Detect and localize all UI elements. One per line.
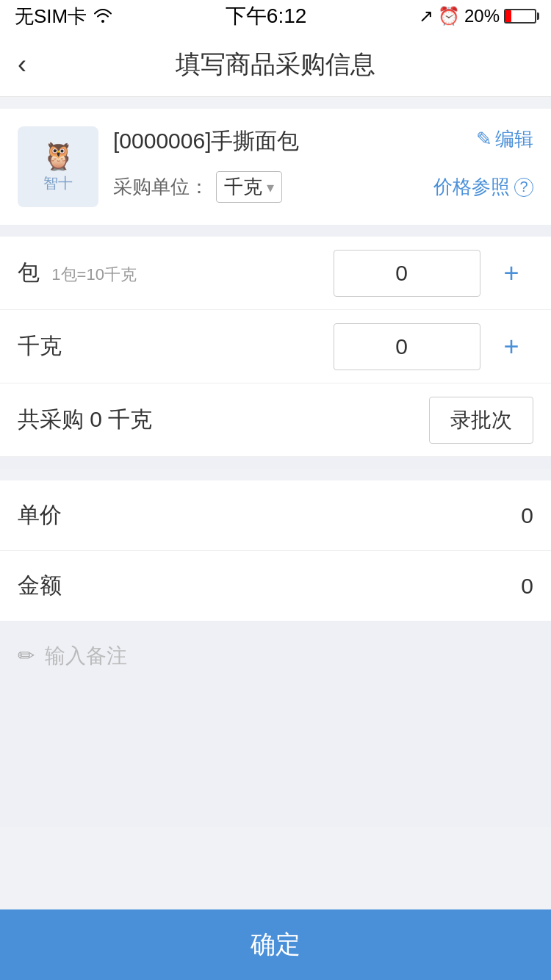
product-info: [0000006]手撕面包 ✎ 编辑 采购单位： 千克 ▾ 价格参照 ?	[113, 126, 533, 203]
product-logo-text: 智十	[43, 173, 73, 193]
kg-plus-button[interactable]: +	[489, 323, 533, 370]
carrier-text: 无SIM卡	[15, 4, 87, 29]
unit-price-value: 0	[521, 503, 533, 528]
summary-label: 共采购	[18, 407, 84, 431]
amount-row: 金额 0	[0, 551, 551, 621]
batch-button[interactable]: 录批次	[429, 397, 533, 444]
bottom-spacer	[0, 827, 551, 898]
product-unit-row: 采购单位： 千克 ▾ 价格参照 ?	[113, 171, 533, 203]
bao-plus-button[interactable]: +	[489, 250, 533, 297]
price-ref-button[interactable]: 价格参照 ?	[433, 174, 533, 200]
notes-placeholder: 输入备注	[45, 642, 127, 670]
kg-quantity-input[interactable]	[334, 323, 480, 370]
unit-selector[interactable]: 千克 ▾	[216, 171, 282, 203]
price-ref-label: 价格参照	[433, 174, 510, 200]
summary-amount: 0	[90, 407, 102, 431]
wifi-icon	[93, 5, 113, 28]
status-left: 无SIM卡	[15, 4, 113, 29]
nav-bar: ‹ 填写商品采购信息	[0, 32, 551, 97]
edit-icon: ✎	[476, 128, 492, 151]
input-section: 包 1包=10千克 + 千克 +	[0, 237, 551, 383]
unit-price-row: 单价 0	[0, 480, 551, 551]
battery-icon	[504, 9, 536, 24]
kg-label: 千克	[18, 331, 334, 361]
edit-label: 编辑	[495, 126, 533, 152]
unit-label: 采购单位：	[113, 174, 209, 200]
location-icon: ↗	[419, 6, 433, 26]
confirm-label: 确定	[251, 928, 300, 962]
status-right: ↗ ⏰ 20%	[419, 6, 536, 26]
confirm-button[interactable]: 确定	[0, 909, 551, 980]
bao-input-row: 包 1包=10千克 +	[0, 237, 551, 310]
amount-value: 0	[521, 574, 533, 599]
product-name: [0000006]手撕面包	[113, 126, 476, 156]
section-divider-2	[0, 457, 551, 469]
unit-dropdown-arrow-icon: ▾	[267, 179, 274, 196]
page-title: 填写商品采购信息	[176, 48, 375, 82]
back-button[interactable]: ‹	[18, 49, 26, 80]
edit-button[interactable]: ✎ 编辑	[476, 126, 533, 152]
product-card: 🦉 智十 [0000006]手撕面包 ✎ 编辑 采购单位： 千克 ▾ 价格参照	[0, 109, 551, 225]
section-divider-1	[0, 225, 551, 237]
bao-label: 包 1包=10千克	[18, 258, 334, 288]
price-info-section: 单价 0 金额 0	[0, 480, 551, 621]
notes-pencil-icon: ✏	[18, 644, 35, 668]
unit-value: 千克	[224, 174, 262, 200]
price-ref-help-icon: ?	[514, 178, 533, 197]
amount-label: 金额	[18, 571, 62, 601]
product-id: [0000006]	[113, 129, 211, 153]
alarm-icon: ⏰	[438, 6, 460, 26]
kg-input-row: 千克 +	[0, 310, 551, 383]
status-bar: 无SIM卡 下午6:12 ↗ ⏰ 20%	[0, 0, 551, 32]
summary-row: 共采购 0 千克 录批次	[0, 383, 551, 457]
kg-quantity-wrap: +	[334, 323, 533, 370]
bao-quantity-wrap: +	[334, 250, 533, 297]
product-header: [0000006]手撕面包 ✎ 编辑	[113, 126, 533, 156]
bao-quantity-input[interactable]	[334, 250, 480, 297]
product-logo-icon: 🦉	[42, 141, 75, 172]
summary-text: 共采购 0 千克	[18, 405, 152, 435]
battery-percent: 20%	[464, 6, 500, 26]
unit-price-label: 单价	[18, 500, 62, 530]
notes-section[interactable]: ✏ 输入备注	[0, 621, 551, 827]
product-title: 手撕面包	[211, 129, 299, 153]
bao-sub-label: 1包=10千克	[51, 265, 137, 284]
summary-unit: 千克	[108, 407, 152, 431]
status-time: 下午6:12	[226, 2, 307, 30]
product-image: 🦉 智十	[18, 126, 98, 207]
